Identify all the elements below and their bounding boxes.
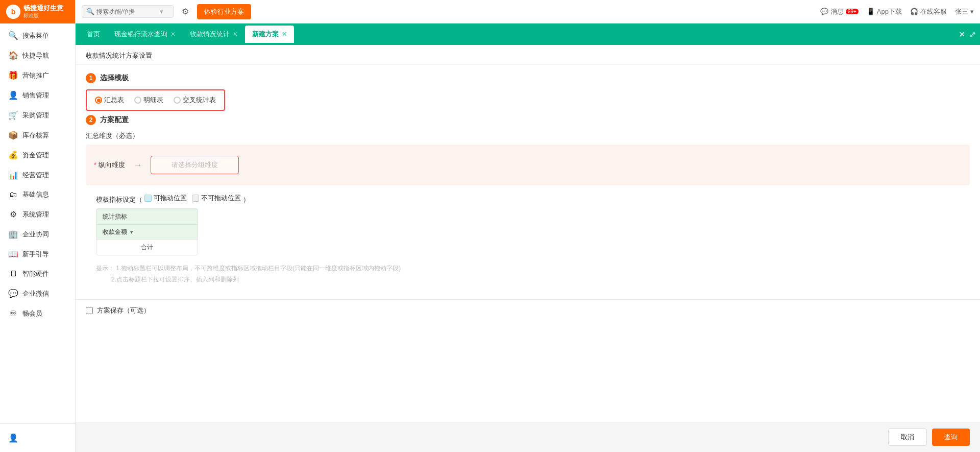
section2-title: 方案配置 [100, 115, 129, 125]
sidebar-item-label-capital: 资金管理 [22, 151, 49, 160]
page-content: 收款情况统计方案设置 1 选择模板 汇总表 明细表 [76, 45, 980, 422]
query-button[interactable]: 查询 [932, 429, 970, 446]
tab-stats[interactable]: 收款情况统计 ✕ [183, 26, 245, 43]
metrics-column-header[interactable]: 统计指标 [96, 209, 198, 224]
logo-subtitle: 标准版 [23, 12, 63, 19]
save-row: 方案保存（可选） [76, 299, 980, 321]
vertical-dimension-row: * 纵向维度 → 请选择分组维度 [94, 156, 239, 174]
save-label[interactable]: 方案保存（可选） [97, 306, 150, 315]
guide-icon: 📖 [8, 249, 18, 259]
sidebar-item-system[interactable]: ⚙系统管理 [0, 204, 75, 224]
dropdown-icon: ▾ [160, 8, 163, 15]
message-label: 消息 [830, 7, 844, 16]
tab-close-all-icon[interactable]: ✕ [959, 30, 965, 39]
sidebar-item-inventory[interactable]: 📦库存核算 [0, 125, 75, 145]
section1-title: 选择模板 [100, 74, 129, 83]
topbar: 🔍 ▾ ⚙ 体验行业方案 💬 消息 99+ 📱 App下载 🎧 在线客服 张三 … [76, 0, 980, 23]
radio-summary[interactable]: 汇总表 [95, 96, 124, 105]
tab-home[interactable]: 首页 [80, 26, 107, 43]
sidebar-item-label-search: 搜索菜单 [22, 31, 49, 40]
dimension-panel: * 纵向维度 → 请选择分组维度 [86, 145, 970, 185]
dimension-section-label: 汇总维度（必选） [86, 131, 970, 140]
section1-label: 1 选择模板 [86, 73, 970, 83]
inventory-icon: 📦 [8, 130, 18, 140]
operation-icon: 📊 [8, 170, 18, 180]
system-icon: ⚙ [8, 209, 18, 219]
purchase-icon: 🛒 [8, 110, 18, 120]
dimension-config-row: 汇总维度（必选） * 纵向维度 → 请选择分组维度 [86, 131, 970, 185]
metrics-table: 统计指标 收款金额 ▾ 合计 [96, 208, 198, 255]
sidebar-item-operation[interactable]: 📊经营管理 [0, 165, 75, 185]
sidebar-logo: b 畅捷通好生意 标准版 [0, 0, 75, 23]
user-chevron-icon: ▾ [970, 8, 974, 15]
radio-cross-label: 交叉统计表 [183, 96, 216, 105]
vertical-dimension-label: * 纵向维度 [94, 160, 125, 170]
sidebar-item-base[interactable]: 🗂基础信息 [0, 185, 75, 204]
tab-new-close-icon[interactable]: ✕ [282, 31, 287, 38]
page-header: 收款情况统计方案设置 [76, 45, 980, 65]
main-area: 🔍 ▾ ⚙ 体验行业方案 💬 消息 99+ 📱 App下载 🎧 在线客服 张三 … [76, 0, 980, 452]
app-label: App下载 [877, 7, 902, 16]
sidebar-item-purchase[interactable]: 🛒采购管理 [0, 105, 75, 125]
base-icon: 🗂 [8, 190, 18, 199]
service-btn[interactable]: 🎧 在线客服 [910, 7, 947, 16]
dimension-dropdown[interactable]: 请选择分组维度 [151, 156, 239, 174]
sidebar-item-quicknav[interactable]: 🏠快捷导航 [0, 45, 75, 65]
user-menu[interactable]: 张三 ▾ [955, 7, 974, 16]
cancel-button[interactable]: 取消 [888, 429, 927, 446]
sidebar-item-label-marketing: 营销推广 [22, 71, 49, 80]
tab-stats-label: 收款情况统计 [190, 30, 230, 39]
template-section: 1 选择模板 汇总表 明细表 交叉统计表 [76, 65, 980, 115]
search-icon: 🔍 [8, 31, 18, 40]
tab-expand-icon[interactable]: ⤢ [969, 30, 976, 39]
enterprise-icon: 🏢 [8, 229, 18, 239]
tip-2: 2.点击标题栏下拉可设置排序、插入列和删除列 [96, 274, 960, 286]
sidebar-item-label-enterprise: 企业协同 [22, 230, 49, 239]
search-input[interactable] [96, 8, 158, 15]
trial-button[interactable]: 体验行业方案 [197, 4, 251, 19]
metrics-col-title: 统计指标 [103, 212, 127, 221]
breadcrumb: 收款情况统计方案设置 [86, 52, 152, 59]
sidebar-item-enterprise[interactable]: 🏢企业协同 [0, 224, 75, 244]
message-btn[interactable]: 💬 消息 99+ [820, 7, 859, 16]
metrics-row-label: 合计 [141, 244, 153, 251]
capital-icon: 💰 [8, 150, 18, 160]
quicknav-icon: 🏠 [8, 51, 18, 60]
arrow-icon: → [133, 160, 142, 171]
sidebar-item-label-guide: 新手引导 [22, 250, 49, 259]
sales-icon: 👤 [8, 90, 18, 100]
sidebar-item-wechat[interactable]: 💬企业微信 [0, 283, 75, 303]
sidebar-item-label-vip: 畅会员 [22, 309, 42, 318]
service-label: 在线客服 [920, 7, 947, 16]
radio-cross[interactable]: 交叉统计表 [174, 96, 216, 105]
sidebar-item-label-quicknav: 快捷导航 [22, 51, 49, 60]
sidebar-item-label-operation: 经营管理 [22, 171, 49, 180]
config-section: 2 方案配置 汇总维度（必选） * 纵向维度 → 请选择分组维度 [76, 115, 980, 299]
metrics-col-value[interactable]: 收款金额 ▾ [96, 224, 198, 240]
sidebar-item-vip[interactable]: ♾畅会员 [0, 303, 75, 323]
marketing-icon: 🎁 [8, 70, 18, 80]
content-area: 收款情况统计方案设置 1 选择模板 汇总表 明细表 [76, 45, 980, 452]
sidebar-item-sales[interactable]: 👤销售管理 [0, 85, 75, 105]
tab-bank[interactable]: 现金银行流水查询 ✕ [107, 26, 183, 43]
tab-bank-close-icon[interactable]: ✕ [170, 31, 176, 38]
sidebar-item-hardware[interactable]: 🖥智能硬件 [0, 264, 75, 283]
sidebar-item-bottom1[interactable]: 👤 [0, 428, 75, 448]
tab-bank-label: 现金银行流水查询 [114, 30, 167, 39]
sidebar-item-marketing[interactable]: 🎁营销推广 [0, 65, 75, 85]
section1-num: 1 [86, 73, 96, 83]
legend-fixed-wrap: 不可拖动位置 [192, 194, 241, 203]
sidebar-item-capital[interactable]: 💰资金管理 [0, 145, 75, 165]
app-download-btn[interactable]: 📱 App下载 [867, 7, 902, 16]
sidebar-item-guide[interactable]: 📖新手引导 [0, 244, 75, 264]
save-checkbox[interactable] [86, 307, 93, 314]
sidebar-item-search[interactable]: 🔍搜索菜单 [0, 26, 75, 45]
radio-detail[interactable]: 明细表 [134, 96, 163, 105]
wechat-icon: 💬 [8, 289, 18, 298]
settings-icon[interactable]: ⚙ [182, 7, 189, 16]
topbar-right: 💬 消息 99+ 📱 App下载 🎧 在线客服 张三 ▾ [820, 7, 974, 16]
metrics-dropdown-icon[interactable]: ▾ [130, 229, 133, 235]
tab-stats-close-icon[interactable]: ✕ [233, 31, 238, 38]
search-box[interactable]: 🔍 ▾ [82, 5, 174, 18]
tab-new[interactable]: 新建方案 ✕ [245, 26, 294, 43]
